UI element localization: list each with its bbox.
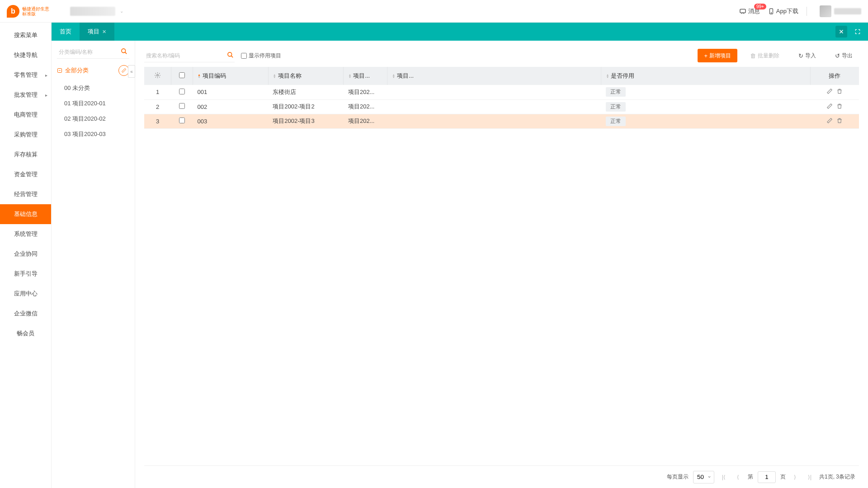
- logo-text-bottom: 标准版: [22, 11, 49, 16]
- sidebar-item-retail[interactable]: 零售管理▸: [0, 65, 51, 85]
- sidebar-item-basicinfo[interactable]: 基础信息: [0, 204, 51, 224]
- select-all-header[interactable]: [171, 67, 193, 85]
- button-label: 导出: [842, 52, 853, 60]
- header-label: 项目编码: [203, 72, 226, 79]
- cell-op: [810, 85, 859, 99]
- tab-label: 首页: [60, 28, 71, 36]
- sidebar-item-quicknav[interactable]: 快捷导航: [0, 45, 51, 65]
- table-row[interactable]: 3003项目2002-项目3项目202...正常: [144, 114, 859, 128]
- sidebar-item-collab[interactable]: 企业协同: [0, 244, 51, 264]
- delete-icon[interactable]: [836, 104, 843, 111]
- checkbox-input[interactable]: [241, 53, 247, 59]
- sidebar-item-funds[interactable]: 资金管理: [0, 164, 51, 184]
- add-project-button[interactable]: + 新增项目: [698, 49, 737, 62]
- last-page-button[interactable]: ⟩|: [805, 472, 815, 482]
- org-picker[interactable]: ⌄: [70, 7, 123, 16]
- cell-op: [810, 99, 859, 114]
- category-panel: 全部分类 00 未分类 01 项目2020-01 02 项目2020-02 03…: [52, 41, 135, 488]
- search-icon[interactable]: [227, 52, 234, 58]
- pagination: 每页显示 50 |⟨ ⟨ 第 页 ⟩ ⟩| 共1页, 3条记录: [144, 465, 859, 488]
- fullscreen-button[interactable]: [852, 26, 863, 38]
- cell-cls: 项目202...: [344, 99, 387, 114]
- sidebar-item-wholesale[interactable]: 批发管理▸: [0, 85, 51, 105]
- batch-delete-button[interactable]: 🗑 批量删除: [744, 49, 786, 62]
- first-page-button[interactable]: |⟨: [719, 472, 729, 482]
- row-checkbox-cell[interactable]: [171, 114, 193, 128]
- delete-icon[interactable]: [836, 118, 843, 125]
- sidebar-item-inventory[interactable]: 库存核算: [0, 145, 51, 164]
- category-item[interactable]: 01 项目2020-01: [52, 96, 135, 111]
- sidebar-item-apps[interactable]: 应用中心: [0, 284, 51, 304]
- minus-square-icon: [57, 68, 62, 73]
- sidebar-item-label: 零售管理: [14, 71, 38, 79]
- svg-point-5: [228, 52, 232, 56]
- tab-project[interactable]: 项目 ✕: [80, 23, 114, 41]
- user-menu[interactable]: [820, 5, 861, 17]
- messages-button[interactable]: 消息 99+: [739, 7, 760, 15]
- category-item[interactable]: 03 项目2020-03: [52, 127, 135, 142]
- cell-code: 002: [193, 99, 269, 114]
- sidebar-item-purchase[interactable]: 采购管理: [0, 125, 51, 145]
- import-button[interactable]: ↻ 导入: [792, 49, 822, 62]
- sidebar-item-label: 电商管理: [14, 111, 38, 119]
- edit-icon[interactable]: [826, 118, 833, 125]
- app-download-button[interactable]: App下载: [768, 7, 798, 15]
- row-checkbox[interactable]: [179, 117, 185, 123]
- category-search-input[interactable]: [57, 45, 129, 59]
- row-index: 1: [144, 85, 171, 99]
- delete-icon[interactable]: [836, 89, 843, 96]
- trash-icon: 🗑: [750, 52, 756, 59]
- table-row[interactable]: 1001东楼街店项目202...正常: [144, 85, 859, 99]
- settings-column-header[interactable]: [144, 67, 171, 85]
- sidebar-item-system[interactable]: 系统管理: [0, 224, 51, 244]
- edit-icon[interactable]: [826, 104, 833, 111]
- sidebar-item-wechat[interactable]: 企业微信: [0, 304, 51, 324]
- export-button[interactable]: ↺ 导出: [829, 49, 859, 62]
- row-checkbox-cell[interactable]: [171, 99, 193, 114]
- tab-home[interactable]: 首页: [52, 23, 80, 41]
- checkbox-label: 显示停用项目: [249, 52, 281, 60]
- prev-page-button[interactable]: ⟨: [733, 472, 743, 482]
- column-header-name[interactable]: ▲▼项目名称: [268, 67, 344, 85]
- next-page-button[interactable]: ⟩: [790, 472, 800, 482]
- select-all-checkbox[interactable]: [179, 72, 185, 78]
- collapse-panel-button[interactable]: «: [128, 65, 135, 78]
- sidebar-item-member[interactable]: 畅会员: [0, 324, 51, 343]
- sidebar-item-search[interactable]: 搜索菜单: [0, 25, 51, 45]
- tabbar: 首页 项目 ✕: [0, 23, 868, 41]
- table-search-input[interactable]: [144, 49, 235, 62]
- row-checkbox-cell[interactable]: [171, 85, 193, 99]
- row-checkbox[interactable]: [179, 103, 185, 109]
- divider: [807, 7, 807, 16]
- cell-status: 正常: [601, 114, 810, 128]
- per-page-select[interactable]: 50: [693, 471, 714, 483]
- sidebar-item-guide[interactable]: 新手引导: [0, 264, 51, 284]
- search-icon[interactable]: [121, 48, 127, 55]
- sidebar-item-label: 搜索菜单: [14, 31, 38, 39]
- page-input[interactable]: [758, 471, 776, 483]
- row-checkbox[interactable]: [179, 89, 185, 94]
- category-item[interactable]: 02 项目2020-02: [52, 111, 135, 127]
- chevron-down-icon: ⌄: [120, 9, 123, 14]
- column-header-remark[interactable]: ▲▼项目...: [387, 67, 601, 85]
- sidebar-item-label: 基础信息: [14, 210, 38, 218]
- column-header-code[interactable]: ▲▼项目编码: [193, 67, 269, 85]
- category-item[interactable]: 00 未分类: [52, 80, 135, 96]
- show-disabled-checkbox[interactable]: 显示停用项目: [241, 52, 281, 60]
- status-badge: 正常: [606, 87, 626, 97]
- column-header-cls[interactable]: ▲▼项目...: [344, 67, 387, 85]
- sidebar-item-ecommerce[interactable]: 电商管理: [0, 105, 51, 125]
- edit-icon[interactable]: [826, 89, 833, 96]
- close-icon[interactable]: ✕: [102, 29, 106, 35]
- sidebar-item-operations[interactable]: 经营管理: [0, 184, 51, 204]
- table-row[interactable]: 2002项目2002-项目2项目202...正常: [144, 99, 859, 114]
- close-all-tabs-button[interactable]: [835, 26, 847, 38]
- svg-rect-0: [740, 9, 745, 13]
- app-logo[interactable]: b 畅捷通好生意 标准版: [7, 5, 52, 18]
- header-label: 项目...: [397, 72, 414, 79]
- logo-text-top: 畅捷通好生意: [22, 6, 49, 11]
- page-suffix: 页: [780, 473, 786, 481]
- cell-name: 东楼街店: [268, 85, 344, 99]
- category-root[interactable]: 全部分类: [57, 66, 89, 75]
- column-header-status[interactable]: ▲▼是否停用: [601, 67, 810, 85]
